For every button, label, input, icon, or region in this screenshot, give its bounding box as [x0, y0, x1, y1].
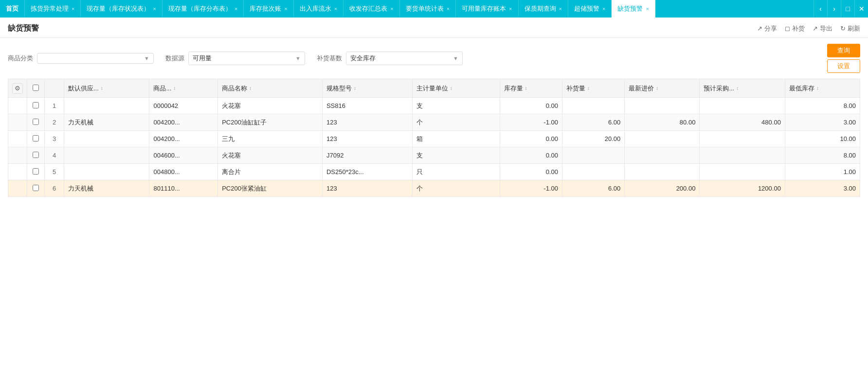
row-latest-price	[625, 164, 700, 180]
row-num: 4	[45, 147, 64, 164]
query-button[interactable]: 查询	[827, 44, 860, 57]
tab-kzpcz[interactable]: 库存批次账 ×	[244, 0, 293, 18]
refresh-button[interactable]: ↻ 刷新	[840, 24, 860, 33]
col-min-stock-header: 最低库存 ↕	[785, 79, 860, 98]
nav-next-button[interactable]: ›	[827, 0, 841, 18]
replenish-base-select[interactable]: 安全库存 ▼	[346, 52, 463, 65]
row-supplier	[64, 131, 149, 147]
row-min-stock: 10.00	[785, 131, 860, 147]
row-product-code: 004800...	[149, 164, 218, 180]
nav-prev-button[interactable]: ‹	[814, 0, 827, 18]
row-settings-cell	[8, 98, 27, 114]
close-icon[interactable]: ×	[72, 6, 74, 12]
row-checkbox[interactable]	[33, 185, 39, 191]
row-est-purchase	[700, 98, 785, 114]
row-product-code: 801110...	[149, 180, 218, 197]
sort-icon[interactable]: ↕	[816, 86, 819, 91]
row-supplier	[64, 147, 149, 164]
row-product-code: 004200...	[149, 131, 218, 147]
tab-jh[interactable]: 拣货异常处理 ×	[25, 0, 81, 18]
tab-kylzb[interactable]: 可用量库存账本 ×	[456, 0, 518, 18]
category-select[interactable]: ▼	[37, 53, 154, 64]
sort-icon[interactable]: ↕	[173, 86, 176, 91]
sort-icon[interactable]: ↕	[450, 86, 452, 91]
close-icon[interactable]: ×	[334, 6, 337, 12]
row-checkbox[interactable]	[33, 102, 39, 108]
row-num: 5	[45, 164, 64, 180]
datasource-label: 数据源	[165, 54, 184, 63]
tab-xclkk[interactable]: 现存量（库存状况表） ×	[81, 0, 162, 18]
row-spec: 123	[322, 131, 412, 147]
page-content: 缺货预警 ↗ 分享 ◻ 补货 ↗ 导出 ↻ 刷新 商品分类	[0, 18, 868, 387]
row-spec: 123	[322, 114, 412, 131]
close-icon[interactable]: ×	[390, 6, 393, 12]
sort-icon[interactable]: ↕	[587, 86, 590, 91]
export-button[interactable]: ↗ 导出	[813, 24, 832, 33]
row-num: 2	[45, 114, 64, 131]
close-icon[interactable]: ×	[559, 6, 562, 12]
row-checkbox-cell	[27, 164, 45, 180]
replenish-button[interactable]: ◻ 补货	[785, 24, 805, 33]
tab-bzqcx[interactable]: 保质期查询 ×	[519, 0, 568, 18]
tab-home[interactable]: 首页	[0, 0, 25, 18]
sort-icon[interactable]: ↕	[249, 86, 252, 91]
tab-yhtj[interactable]: 要货单统计表 ×	[400, 0, 456, 18]
row-checkbox-cell	[27, 98, 45, 114]
row-stock: 0.00	[500, 98, 562, 114]
gear-icon[interactable]: ⚙	[12, 83, 23, 94]
data-table: ⚙ 默认供应... ↕ 商品...	[8, 79, 860, 197]
row-checkbox-cell	[27, 180, 45, 197]
row-stock: -1.00	[500, 180, 562, 197]
settings-button[interactable]: 设置	[827, 59, 860, 73]
row-est-purchase	[700, 147, 785, 164]
close-icon[interactable]: ×	[153, 6, 156, 12]
row-checkbox[interactable]	[33, 135, 39, 141]
row-checkbox[interactable]	[33, 152, 39, 158]
row-min-stock: 3.00	[785, 180, 860, 197]
sort-icon[interactable]: ↕	[354, 86, 356, 91]
tab-crls[interactable]: 出入库流水 ×	[294, 0, 344, 18]
table-container: ⚙ 默认供应... ↕ 商品...	[0, 79, 868, 205]
category-filter-group: 商品分类 ▼	[8, 53, 154, 64]
row-checkbox[interactable]	[33, 168, 39, 175]
close-icon[interactable]: ×	[284, 6, 287, 12]
close-icon[interactable]: ×	[447, 6, 450, 12]
close-icon[interactable]: ×	[509, 6, 512, 12]
col-replenish-qty-header: 补货量 ↕	[562, 79, 624, 98]
header-actions: ↗ 分享 ◻ 补货 ↗ 导出 ↻ 刷新	[757, 24, 860, 33]
row-stock: -1.00	[500, 114, 562, 131]
tab-ccyj[interactable]: 超储预警 ×	[568, 0, 612, 18]
close-icon[interactable]: ×	[235, 6, 237, 12]
row-spec: SS816	[322, 98, 412, 114]
row-product-name: 火花塞	[218, 147, 323, 164]
row-checkbox-cell	[27, 131, 45, 147]
row-stock: 0.00	[500, 164, 562, 180]
close-icon[interactable]: ×	[602, 6, 605, 12]
sort-icon[interactable]: ↕	[525, 86, 527, 91]
sort-icon[interactable]: ↕	[656, 86, 658, 91]
row-unit: 个	[412, 114, 500, 131]
share-button[interactable]: ↗ 分享	[757, 24, 777, 33]
category-select-arrow: ▼	[144, 55, 149, 61]
select-all-checkbox[interactable]	[33, 85, 39, 91]
row-checkbox-cell	[27, 114, 45, 131]
row-spec: J7092	[322, 147, 412, 164]
col-num-header	[45, 79, 64, 98]
sort-icon[interactable]: ↕	[101, 86, 103, 91]
sort-icon[interactable]: ↕	[736, 86, 739, 91]
nav-close-button[interactable]: ✕	[854, 0, 868, 18]
row-settings-cell	[8, 131, 27, 147]
filter-actions: 查询 设置	[827, 44, 860, 73]
page-title: 缺货预警	[8, 23, 39, 34]
close-icon[interactable]: ×	[646, 6, 649, 12]
datasource-select[interactable]: 可用量 ▼	[188, 52, 305, 65]
tab-sfchz[interactable]: 收发存汇总表 ×	[344, 0, 399, 18]
tab-qhyj[interactable]: 缺货预警 ×	[612, 0, 655, 18]
row-product-code: 004600...	[149, 147, 218, 164]
row-checkbox[interactable]	[33, 119, 39, 125]
row-unit: 支	[412, 147, 500, 164]
replenish-base-select-value: 安全库存	[350, 54, 376, 63]
nav-restore-button[interactable]: □	[841, 0, 854, 18]
table-row: 3 004200... 三九 123 箱 0.00 20.00 10.00	[8, 131, 860, 147]
tab-xclfb[interactable]: 现存量（库存分布表） ×	[163, 0, 244, 18]
